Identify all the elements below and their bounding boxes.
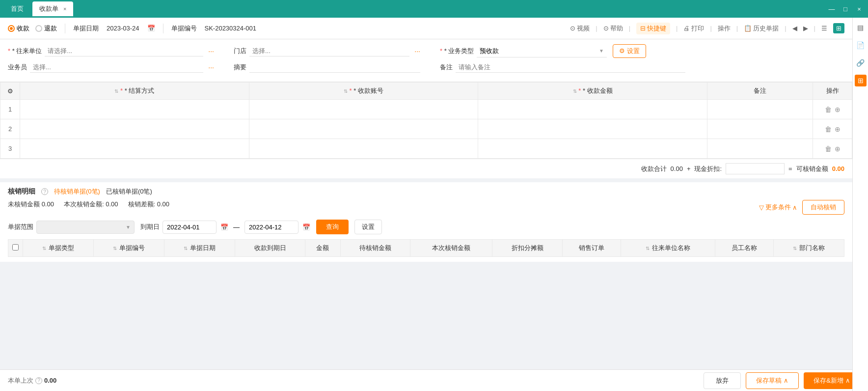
save-new-arrow: ∧ xyxy=(845,377,850,384)
store-input[interactable] xyxy=(249,46,409,56)
settings-button[interactable]: ⚙ 设置 xyxy=(613,44,646,58)
copy-icon[interactable]: ⊕ xyxy=(835,145,841,153)
sidebar-doc-icon[interactable]: 📄 xyxy=(855,39,867,51)
table-row: 1 🗑 ⊕ xyxy=(0,100,852,119)
remark-cell[interactable] xyxy=(707,100,813,119)
row-num: 1 xyxy=(0,100,20,119)
form-area: * * 往来单位 ··· 门店 ··· * * 业务类型 预收款 xyxy=(0,39,852,82)
biz-type-label: * * 业务类型 xyxy=(440,47,474,56)
tab-home[interactable]: 首页 xyxy=(4,1,30,16)
print-icon: 🖨 xyxy=(683,25,690,32)
col-settlement-header: ⇅ * * 结算方式 xyxy=(20,83,249,100)
footer: 本单上次 ? 0.00 放弃 保存草稿 ∧ 保存&新增 ∧ xyxy=(0,369,868,391)
minimize-button[interactable]: — xyxy=(827,5,837,13)
delete-icon[interactable]: 🗑 xyxy=(825,106,832,113)
copy-icon[interactable]: ⊕ xyxy=(835,125,841,133)
col-doc-type: ⇅ 单据类型 xyxy=(23,240,94,257)
help-btn[interactable]: ⊙ 帮助 xyxy=(603,24,623,33)
tab-close-icon[interactable]: × xyxy=(63,6,66,12)
radio-receipt[interactable]: 收款 xyxy=(8,24,29,33)
delete-icon[interactable]: 🗑 xyxy=(825,125,832,133)
verify-title: 核销明细 xyxy=(8,187,35,196)
verify-diff: 核销差额: 0.00 xyxy=(128,200,170,215)
store-label: 门店 xyxy=(234,47,246,56)
date-to-input[interactable] xyxy=(244,221,298,234)
store-more-btn[interactable]: ··· xyxy=(414,47,420,55)
nav-right-icon[interactable]: ▶ xyxy=(803,25,808,32)
discount-input[interactable] xyxy=(726,163,785,174)
settlement-cell[interactable] xyxy=(20,119,249,139)
remark-cell[interactable] xyxy=(707,119,813,139)
verify-section: 核销明细 ? 待核销单据(0笔) 已核销单据(0笔) 未核销金额 0.00 本次… xyxy=(0,182,852,262)
cal-to-icon[interactable]: 📅 xyxy=(302,223,310,231)
verify-tab-pending[interactable]: 待核销单据(0笔) xyxy=(54,187,100,196)
col-settings-header[interactable]: ⚙ xyxy=(0,83,20,100)
amount-cell[interactable] xyxy=(478,119,707,139)
table-row: 3 🗑 ⊕ xyxy=(0,139,852,159)
radio-refund[interactable]: 退款 xyxy=(35,24,57,33)
nav-left-icon[interactable]: ◀ xyxy=(792,25,797,32)
grid-icon[interactable]: ⊞ xyxy=(833,23,844,33)
print-btn[interactable]: 🖨 打印 xyxy=(683,24,704,33)
verify-info-icon[interactable]: ? xyxy=(41,188,48,195)
range-select[interactable] xyxy=(36,221,135,234)
account-cell[interactable] xyxy=(249,100,478,119)
date-from-input[interactable] xyxy=(163,221,217,234)
store-field: 门店 ··· xyxy=(234,46,420,56)
video-label: 视频 xyxy=(577,24,590,33)
more-conditions-btn[interactable]: ▽ 更多条件 ∧ xyxy=(759,203,797,212)
tab-home-label: 首页 xyxy=(11,4,24,13)
unchecked-amount: 未核销金额 0.00 xyxy=(8,200,54,215)
total-label: 收款合计 xyxy=(641,165,667,173)
staff-more-btn[interactable]: ··· xyxy=(208,63,214,71)
close-button[interactable]: × xyxy=(854,5,864,13)
auto-verify-button[interactable]: 自动核销 xyxy=(802,200,844,215)
select-all-checkbox[interactable] xyxy=(12,244,19,251)
save-new-button[interactable]: 保存&新增 ∧ xyxy=(804,372,860,389)
receipt-table: ⚙ ⇅ * * 结算方式 ⇅ * * 收款账号 ⇅ * xyxy=(0,82,852,159)
query-button[interactable]: 查询 xyxy=(316,220,349,234)
col-current-check: 本次核销金额 xyxy=(410,240,492,257)
remark-input[interactable] xyxy=(456,62,685,73)
verify-tab-done[interactable]: 已核销单据(0笔) xyxy=(106,187,152,196)
remark-cell[interactable] xyxy=(707,139,813,159)
settlement-cell[interactable] xyxy=(20,100,249,119)
sidebar-link-icon[interactable]: 🔗 xyxy=(855,57,867,69)
account-cell[interactable] xyxy=(249,119,478,139)
amount-cell[interactable] xyxy=(478,139,707,159)
operation-btn[interactable]: 操作 xyxy=(718,24,731,33)
settlement-cell[interactable] xyxy=(20,139,249,159)
radio-refund-dot xyxy=(35,25,42,32)
history-btn[interactable]: 📋 历史单据 xyxy=(744,24,779,33)
video-btn[interactable]: ⊙ 视频 xyxy=(570,24,590,33)
footer-info-icon[interactable]: ? xyxy=(35,377,42,384)
actions-cell: 🗑 ⊕ xyxy=(813,139,852,159)
counterpart-more-btn[interactable]: ··· xyxy=(208,47,214,55)
sidebar-table-icon[interactable]: ▤ xyxy=(855,22,867,33)
tab-receipt[interactable]: 收款单 × xyxy=(32,1,73,16)
save-new-label: 保存&新增 xyxy=(814,376,843,385)
biz-type-select[interactable]: 预收款 ▼ xyxy=(477,45,607,57)
divider-1 xyxy=(65,24,65,33)
account-cell[interactable] xyxy=(249,139,478,159)
col-doc-date: ⇅ 单据日期 xyxy=(164,240,235,257)
save-draft-button[interactable]: 保存草稿 ∧ xyxy=(746,372,799,389)
sidebar-camera-icon[interactable]: ⊞ xyxy=(855,75,867,86)
abandon-button[interactable]: 放弃 xyxy=(704,372,741,389)
staff-input[interactable] xyxy=(30,62,203,73)
remark-field: 备注 xyxy=(440,62,685,73)
summary-input[interactable] xyxy=(249,62,420,73)
copy-icon[interactable]: ⊕ xyxy=(835,106,841,113)
setting-button[interactable]: 设置 xyxy=(354,220,382,234)
maximize-button[interactable]: □ xyxy=(841,5,850,13)
equals-sign: = xyxy=(788,165,792,172)
shortcut-btn[interactable]: ⊟ 快捷键 xyxy=(636,23,670,34)
delete-icon[interactable]: 🗑 xyxy=(825,145,832,153)
amount-cell[interactable] xyxy=(478,100,707,119)
calendar-icon[interactable]: 📅 xyxy=(147,25,155,32)
table-header-row: ⚙ ⇅ * * 结算方式 ⇅ * * 收款账号 ⇅ * xyxy=(0,83,852,100)
cal-from-icon[interactable]: 📅 xyxy=(220,223,228,231)
col-counterpart-name: ⇅ 往来单位名称 xyxy=(621,240,715,257)
counterpart-input[interactable] xyxy=(45,46,203,56)
list-icon[interactable]: ☰ xyxy=(821,25,827,32)
